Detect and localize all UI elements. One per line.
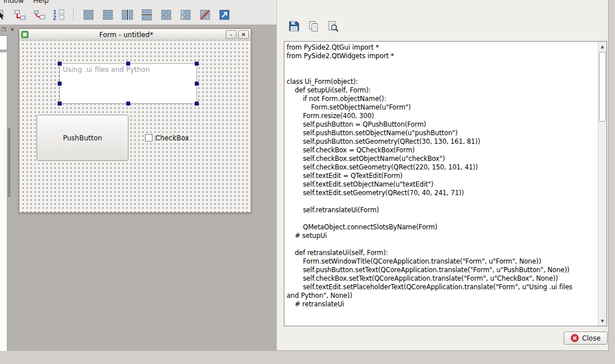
find-icon bbox=[327, 20, 339, 33]
code-line: class Ui_Form(object): bbox=[287, 78, 597, 86]
code-line: and Python", None)) bbox=[287, 292, 597, 300]
code-scrollbar[interactable]: ▲ ▼ bbox=[598, 42, 606, 326]
toolbar-separator bbox=[73, 9, 74, 21]
widgetbox-filter-fragment[interactable] bbox=[0, 35, 7, 50]
form-minimize-button[interactable]: - bbox=[226, 30, 236, 39]
layout-horizontally-in-splitter-button[interactable] bbox=[120, 7, 135, 22]
edit-widgets-button[interactable] bbox=[0, 7, 8, 22]
save-button[interactable] bbox=[287, 19, 301, 33]
code-line: # setupUi bbox=[287, 232, 597, 240]
scroll-up-icon: ▲ bbox=[601, 45, 604, 49]
scrollbar-thumb[interactable] bbox=[599, 52, 606, 122]
code-line: QMetaObject.connectSlotsByName(Form) bbox=[287, 223, 597, 232]
code-line: self.pushButton.setObjectName(u"pushButt… bbox=[287, 129, 597, 137]
checkbox-indicator[interactable] bbox=[145, 134, 152, 141]
form-close-button[interactable]: ✕ bbox=[238, 30, 249, 39]
copy-button[interactable] bbox=[307, 19, 320, 33]
selection-handle[interactable] bbox=[126, 102, 130, 106]
code-line: self.pushButton.setGeometry(QRect(30, 13… bbox=[287, 137, 597, 146]
layout-horizontally-button[interactable] bbox=[81, 7, 96, 22]
code-line bbox=[287, 215, 597, 223]
selection-handle[interactable] bbox=[195, 102, 199, 106]
code-line: self.textEdit.setObjectName(u"textEdit") bbox=[287, 180, 597, 189]
layout-vertically-button[interactable] bbox=[101, 7, 115, 22]
code-line bbox=[287, 240, 597, 249]
edit-tab-order-icon: 1 2 bbox=[53, 9, 65, 21]
code-dialog-toolbar bbox=[287, 19, 340, 33]
scroll-down-icon: ▼ bbox=[601, 319, 604, 323]
selection-handle[interactable] bbox=[126, 62, 130, 66]
selection-handle[interactable] bbox=[58, 102, 62, 106]
selection-handle[interactable] bbox=[195, 82, 199, 86]
scroll-up-button[interactable]: ▲ bbox=[598, 42, 606, 51]
qt-designer-window: indow Help bbox=[0, 0, 615, 364]
dock-float-button[interactable]: ❐ bbox=[0, 26, 7, 33]
code-line bbox=[287, 60, 597, 69]
widgetbox-list-fragment[interactable] bbox=[0, 52, 7, 351]
code-line: self.textEdit.setPlaceholderText(QCoreAp… bbox=[287, 283, 597, 292]
code-line: self.pushButton.setText(QCoreApplication… bbox=[287, 266, 597, 274]
layout-vertical-splitter-icon bbox=[140, 9, 153, 21]
code-line: self.retranslateUi(Form) bbox=[287, 206, 597, 215]
code-line bbox=[287, 197, 597, 206]
code-view[interactable]: from PySide2.QtGui import * from PySide2… bbox=[284, 41, 607, 326]
menu-window[interactable]: indow bbox=[3, 0, 24, 5]
edit-buddies-button[interactable] bbox=[32, 7, 47, 22]
code-line: Form.resize(400, 300) bbox=[287, 112, 597, 120]
checkbox-label: CheckBox bbox=[155, 134, 189, 142]
widgetbox-scrollbar-thumb[interactable] bbox=[8, 128, 10, 197]
checkbox-widget[interactable]: CheckBox bbox=[145, 126, 203, 149]
close-circle-icon bbox=[570, 334, 579, 342]
layout-horizontal-icon bbox=[82, 9, 95, 21]
edit-signals-slots-button[interactable] bbox=[13, 7, 27, 22]
code-line: def setupUi(self, Form): bbox=[287, 86, 597, 95]
dialog-close-button[interactable]: Close bbox=[564, 331, 608, 345]
layout-grid-icon bbox=[160, 9, 172, 21]
code-line bbox=[287, 69, 597, 78]
pushbutton-widget[interactable]: PushButton bbox=[37, 115, 128, 161]
layout-form-icon bbox=[179, 9, 192, 21]
dock-close-icon: ✕ bbox=[10, 27, 15, 33]
close-button-label: Close bbox=[582, 334, 601, 342]
left-dock-titlebar-buttons: ❐ ✕ bbox=[0, 26, 16, 33]
code-line: Form.setObjectName(u"Form") bbox=[287, 103, 597, 112]
adjust-size-button[interactable] bbox=[217, 7, 232, 22]
layout-horizontal-splitter-icon bbox=[121, 9, 134, 21]
form-window-titlebar[interactable]: Form - untitled* - ✕ bbox=[19, 29, 251, 41]
scroll-down-button[interactable]: ▼ bbox=[598, 317, 606, 325]
code-line: Form.setWindowTitle(QCoreApplication.tra… bbox=[287, 257, 597, 266]
code-line: if not Form.objectName(): bbox=[287, 95, 597, 103]
main-toolbar: 1 2 bbox=[1, 6, 232, 24]
form-designer-window: Form - untitled* - ✕ Using .ui files and… bbox=[19, 29, 251, 213]
layout-in-form-button[interactable] bbox=[178, 7, 193, 22]
dock-close-button[interactable]: ✕ bbox=[9, 26, 16, 33]
break-layout-icon bbox=[199, 9, 211, 21]
form-canvas[interactable]: Using .ui files and Python PushButton Ch… bbox=[19, 41, 251, 212]
dock-float-icon: ❐ bbox=[1, 27, 6, 33]
svg-text:2: 2 bbox=[53, 15, 57, 21]
edit-tab-order-button[interactable]: 1 2 bbox=[51, 7, 66, 22]
close-icon: ✕ bbox=[241, 31, 246, 38]
menubar: indow Help bbox=[0, 0, 276, 5]
code-line: from PySide2.QtWidgets import * bbox=[287, 52, 597, 60]
form-window-icon bbox=[21, 31, 29, 38]
layout-in-grid-button[interactable] bbox=[159, 7, 174, 22]
code-line: self.checkBox = QCheckBox(Form) bbox=[287, 146, 597, 155]
code-line: self.textEdit = QTextEdit(Form) bbox=[287, 172, 597, 180]
save-icon bbox=[288, 20, 300, 33]
code-line: self.pushButton = QPushButton(Form) bbox=[287, 120, 597, 129]
layout-vertical-icon bbox=[102, 9, 114, 21]
break-layout-button[interactable] bbox=[198, 7, 212, 22]
selection-handle[interactable] bbox=[58, 82, 62, 86]
code-preview-dialog: from PySide2.QtGui import * from PySide2… bbox=[276, 0, 609, 351]
selection-handle[interactable] bbox=[195, 62, 199, 66]
textedit-widget[interactable]: Using .ui files and Python bbox=[59, 63, 197, 104]
selection-handle[interactable] bbox=[58, 62, 62, 66]
code-line: self.checkBox.setText(QCoreApplication.t… bbox=[287, 274, 597, 283]
find-button[interactable] bbox=[326, 19, 340, 33]
code-line: self.textEdit.setGeometry(QRect(70, 40, … bbox=[287, 189, 597, 197]
edit-buddies-icon bbox=[33, 9, 46, 21]
menu-help[interactable]: Help bbox=[33, 0, 49, 5]
layout-vertically-in-splitter-button[interactable] bbox=[139, 7, 154, 22]
edit-widgets-icon bbox=[0, 9, 7, 21]
